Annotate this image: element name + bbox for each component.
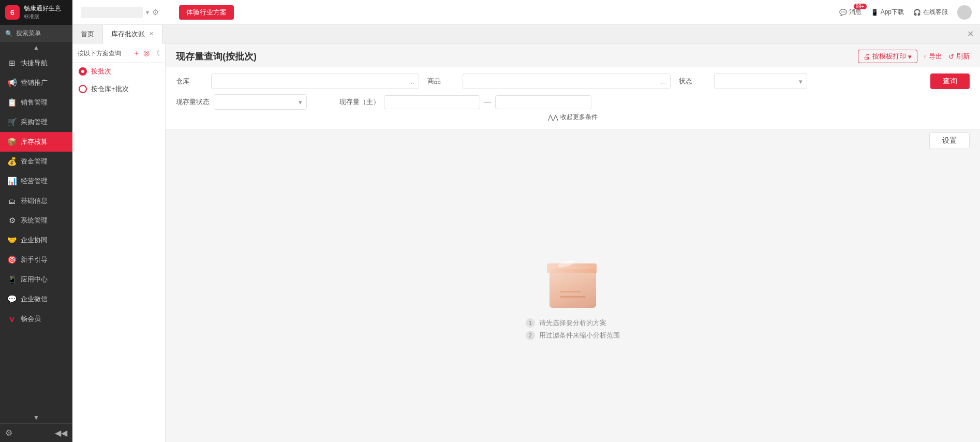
empty-steps: 1 请先选择要分析的方案 2 用过滤条件来缩小分析范围 — [526, 318, 620, 340]
inventory-status-chevron-icon: ▾ — [299, 98, 302, 106]
refresh-btn[interactable]: ↺ 刷新 — [948, 52, 970, 61]
wechat-icon: 💬 — [7, 294, 17, 304]
status-select[interactable]: ▾ — [714, 73, 807, 89]
print-chevron-icon[interactable]: ▾ — [908, 53, 912, 61]
inventory-status-select[interactable]: ▾ — [214, 94, 307, 110]
topbar-chevron-icon[interactable]: ▾ — [146, 9, 149, 16]
step-num-2: 2 — [526, 331, 535, 340]
sidebar-item-sales[interactable]: 📋 销售管理 — [0, 93, 72, 112]
marketing-icon: 📢 — [7, 78, 17, 87]
search-form: 仓库 ... 商品 ... 状态 — [166, 67, 980, 129]
print-icon: 🖨 — [864, 53, 870, 61]
sidebar-item-vip[interactable]: V 畅会员 — [0, 309, 72, 329]
add-filter-icon[interactable]: ＋ — [133, 49, 140, 58]
filter-item-by-warehouse-batch[interactable]: 按仓库+批次 — [72, 80, 165, 98]
product-field: 商品 ... — [427, 73, 671, 89]
headset-icon: 🎧 — [913, 9, 921, 16]
settings-bottom-icon[interactable]: ⚙ — [5, 428, 12, 438]
sidebar-search[interactable]: 🔍 搜索菜单 — [0, 25, 72, 42]
empty-step-2: 2 用过滤条件来缩小分析范围 — [526, 331, 620, 340]
experience-btn[interactable]: 体验行业方案 — [179, 5, 234, 20]
topbar-actions: 💬 消息 99+ 📱 App下载 🎧 在线客服 — [839, 5, 972, 20]
topbar-search-input[interactable] — [81, 7, 143, 18]
search-row-1: 仓库 ... 商品 ... 状态 — [176, 73, 970, 89]
messages-badge: 99+ — [854, 4, 867, 9]
main-area: ▾ ⚙ 体验行业方案 💬 消息 99+ 📱 App下载 🎧 在线客服 首页 — [72, 0, 980, 442]
page-header-actions: 🖨 按模板打印 ▾ ↑ 导出 ↺ 刷新 — [858, 50, 970, 63]
sidebar-item-app-center[interactable]: 📱 应用中心 — [0, 270, 72, 289]
step-num-1: 1 — [526, 318, 535, 328]
sales-icon: 📋 — [7, 98, 17, 107]
product-dots-icon[interactable]: ... — [660, 78, 666, 85]
filter-settings-icon[interactable]: ◎ — [143, 49, 150, 58]
warehouse-input[interactable]: ... — [211, 73, 419, 89]
product-input[interactable]: ... — [463, 73, 671, 89]
sidebar-item-newbie[interactable]: 🎯 新手引导 — [0, 250, 72, 270]
vip-icon: V — [7, 315, 17, 323]
sidebar-item-finance[interactable]: 💰 资金管理 — [0, 152, 72, 171]
content-main: 现存量查询(按批次) 🖨 按模板打印 ▾ ↑ 导出 ↺ 刷新 — [166, 43, 980, 442]
search-icon: 🔍 — [5, 30, 13, 37]
sidebar-item-marketing[interactable]: 📢 营销推广 — [0, 73, 72, 93]
inventory-qty-from[interactable] — [384, 95, 480, 109]
scroll-down-btn[interactable]: ▼ — [0, 412, 72, 423]
messages-action[interactable]: 💬 消息 99+ — [839, 8, 862, 17]
quick-nav-icon: ⊞ — [7, 58, 17, 68]
empty-state: 1 请先选择要分析的方案 2 用过滤条件来缩小分析范围 — [166, 149, 980, 442]
finance-icon: 💰 — [7, 157, 17, 166]
sidebar-item-purchase[interactable]: 🛒 采购管理 — [0, 112, 72, 132]
app-logo: 6 — [5, 5, 20, 20]
tab-close-icon[interactable]: ✕ — [149, 31, 154, 37]
empty-illustration — [542, 251, 604, 308]
refresh-icon: ↺ — [948, 53, 954, 61]
online-service-action[interactable]: 🎧 在线客服 — [913, 8, 948, 17]
topbar-gear-icon[interactable]: ⚙ — [152, 8, 159, 17]
box-lid — [547, 263, 597, 273]
empty-step-1: 1 请先选择要分析的方案 — [526, 318, 620, 328]
sidebar-item-quick-nav[interactable]: ⊞ 快捷导航 — [0, 53, 72, 73]
box-body — [550, 269, 596, 308]
inventory-qty-to[interactable] — [495, 95, 591, 109]
app-center-icon: 📱 — [7, 275, 17, 284]
sidebar-item-wechat[interactable]: 💬 企业微信 — [0, 289, 72, 309]
inventory-icon: 📦 — [7, 137, 17, 146]
tab-inventory-batch[interactable]: 库存批次账 ✕ — [103, 25, 162, 43]
status-chevron-icon: ▾ — [799, 78, 803, 85]
collapse-filter-icon[interactable]: 《 — [153, 49, 160, 58]
filter-panel: 按以下方案查询 ＋ ◎ 《 按批次 按仓库+批次 — [72, 43, 166, 442]
filter-item-by-batch[interactable]: 按批次 — [72, 63, 165, 80]
sidebar-item-operations[interactable]: 📊 经营管理 — [0, 171, 72, 191]
sidebar-header: 6 畅康通好生意 标准版 — [0, 0, 72, 25]
settings-btn[interactable]: 设置 — [929, 132, 970, 149]
collapse-more-btn[interactable]: ⋀⋀ 收起更多条件 — [176, 110, 970, 123]
tabbar: 首页 库存批次账 ✕ ✕ — [72, 25, 980, 43]
warehouse-dots-icon[interactable]: ... — [409, 78, 414, 85]
scroll-up-btn[interactable]: ▲ — [0, 42, 72, 53]
sidebar-item-basics[interactable]: 🗂 基础信息 — [0, 191, 72, 211]
sidebar-item-system[interactable]: ⚙ 系统管理 — [0, 211, 72, 230]
topbar-input-area: ▾ ⚙ — [81, 7, 174, 18]
page-header: 现存量查询(按批次) 🖨 按模板打印 ▾ ↑ 导出 ↺ 刷新 — [166, 43, 980, 67]
query-btn[interactable]: 查询 — [930, 73, 970, 89]
panel-close-btn[interactable]: ✕ — [961, 29, 980, 39]
purchase-icon: 🛒 — [7, 117, 17, 127]
action-bar: 设置 — [166, 129, 980, 149]
tab-home[interactable]: 首页 — [72, 25, 103, 43]
filter-panel-actions: ＋ ◎ 《 — [133, 49, 160, 58]
filter-dot-empty — [79, 85, 87, 93]
content-area: 按以下方案查询 ＋ ◎ 《 按批次 按仓库+批次 现存量查询(按批次) — [72, 43, 980, 442]
basics-icon: 🗂 — [7, 197, 17, 205]
user-avatar[interactable] — [957, 5, 972, 20]
export-btn[interactable]: ↑ 导出 — [924, 52, 943, 61]
sidebar-nav: ⊞ 快捷导航 📢 营销推广 📋 销售管理 🛒 采购管理 📦 库存核算 💰 资金管… — [0, 53, 72, 412]
app-download-action[interactable]: 📱 App下载 — [871, 8, 904, 17]
app-download-icon: 📱 — [871, 9, 879, 16]
collapse-sidebar-icon[interactable]: ◀◀ — [55, 428, 67, 438]
sidebar-bottom: ⚙ ◀◀ — [0, 423, 72, 442]
sidebar-item-enterprise[interactable]: 🤝 企业协同 — [0, 230, 72, 250]
status-field: 状态 ▾ — [679, 73, 922, 89]
template-print-btn[interactable]: 🖨 按模板打印 ▾ — [858, 50, 917, 63]
inventory-status-field: 现存量状态 ▾ — [176, 94, 331, 110]
sidebar-item-inventory[interactable]: 📦 库存核算 — [0, 132, 72, 152]
page-title: 现存量查询(按批次) — [176, 50, 257, 63]
